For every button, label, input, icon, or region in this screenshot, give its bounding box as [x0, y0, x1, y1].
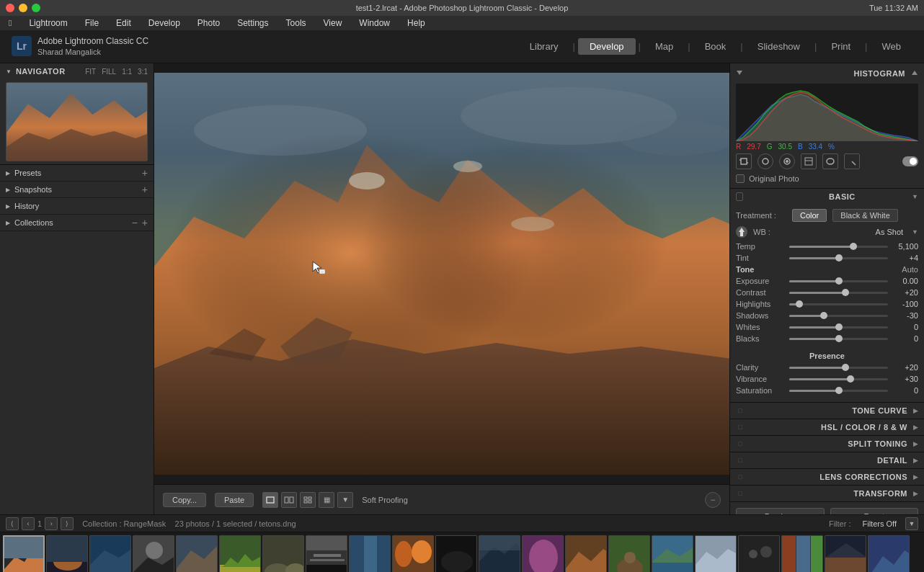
- vibrance-thumb[interactable]: [847, 375, 854, 383]
- spot-removal-tool[interactable]: [758, 153, 773, 169]
- wb-eyedropper-icon[interactable]: [736, 226, 747, 238]
- menu-view[interactable]: View: [321, 18, 345, 28]
- menu-help[interactable]: Help: [404, 18, 428, 28]
- presets-header[interactable]: ▶ Presets +: [0, 165, 154, 181]
- filmstrip-thumb-12[interactable]: [479, 535, 520, 573]
- exposure-slider-track[interactable]: [789, 280, 888, 282]
- nav-print[interactable]: Print: [819, 38, 862, 55]
- filmstrip-thumb-4[interactable]: [133, 535, 174, 573]
- temp-slider-thumb[interactable]: [850, 243, 857, 250]
- nav-book[interactable]: Book: [693, 38, 738, 55]
- menu-settings[interactable]: Settings: [234, 18, 271, 28]
- filmstrip-thumb-21[interactable]: [868, 535, 910, 573]
- tone-auto-btn[interactable]: Auto: [902, 265, 918, 274]
- compare-view-btn[interactable]: [281, 492, 297, 508]
- original-photo-checkbox[interactable]: [736, 174, 745, 183]
- menu-tools[interactable]: Tools: [283, 18, 309, 28]
- transform-toggle[interactable]: □: [736, 489, 745, 498]
- filmstrip-thumb-3[interactable]: [89, 535, 131, 573]
- lens-corrections-header[interactable]: □ Lens Corrections ▶: [730, 469, 924, 485]
- filmstrip-nav-prev[interactable]: ‹: [22, 517, 35, 530]
- crop-tool[interactable]: [736, 153, 752, 169]
- exposure-thumb[interactable]: [835, 277, 843, 285]
- detail-toggle[interactable]: □: [736, 456, 745, 465]
- shadows-slider-track[interactable]: [789, 315, 888, 317]
- filmstrip-thumb-10[interactable]: [392, 535, 434, 573]
- collections-add-icon[interactable]: +: [142, 217, 148, 228]
- filmstrip-thumb-8[interactable]: [306, 535, 347, 573]
- hsl-toggle[interactable]: □: [736, 423, 745, 432]
- transform-header[interactable]: □ Transform ▶: [730, 486, 924, 501]
- snapshots-add-icon[interactable]: +: [142, 184, 148, 195]
- filmstrip-thumb-5[interactable]: [176, 535, 218, 573]
- whites-thumb[interactable]: [835, 323, 843, 331]
- main-image-area[interactable]: [154, 63, 729, 484]
- nav-library[interactable]: Library: [518, 38, 570, 55]
- filmstrip-thumb-1[interactable]: [3, 535, 45, 573]
- filmstrip-thumb-2[interactable]: [46, 535, 88, 573]
- lens-corrections-toggle[interactable]: □: [736, 473, 745, 481]
- clarity-thumb[interactable]: [842, 364, 849, 371]
- history-header[interactable]: ▶ History: [0, 198, 154, 214]
- nav-fit[interactable]: FIT: [85, 68, 96, 76]
- contrast-slider-track[interactable]: [789, 292, 888, 294]
- settings-view-btn[interactable]: ▼: [337, 492, 353, 508]
- menu-file[interactable]: File: [82, 18, 102, 28]
- tint-slider-track[interactable]: [789, 257, 888, 259]
- menu-photo[interactable]: Photo: [195, 18, 223, 28]
- redeye-tool[interactable]: [779, 153, 795, 169]
- filmstrip-nav-first[interactable]: ⟨: [6, 517, 19, 530]
- reset-button[interactable]: Reset: [830, 508, 919, 514]
- tone-curve-toggle[interactable]: □: [736, 406, 745, 415]
- filter-dropdown-btn[interactable]: ▼: [905, 517, 918, 530]
- contrast-thumb[interactable]: [842, 289, 849, 296]
- tone-curve-header[interactable]: □ Tone Curve ▶: [730, 403, 924, 419]
- collections-header[interactable]: ▶ Collections − +: [0, 215, 154, 231]
- presets-add-icon[interactable]: +: [142, 168, 148, 178]
- filmstrip-thumb-18[interactable]: [738, 535, 780, 573]
- hist-toggle[interactable]: [736, 69, 743, 78]
- nav-fill[interactable]: FILL: [102, 68, 116, 76]
- grid-view-btn[interactable]: [300, 492, 316, 508]
- hist-expand[interactable]: [911, 69, 918, 78]
- collections-minus-icon[interactable]: −: [132, 217, 138, 228]
- nav-3to1[interactable]: 3:1: [138, 68, 148, 76]
- filmstrip-thumb-16[interactable]: [652, 535, 693, 573]
- menu-edit[interactable]: Edit: [113, 18, 134, 28]
- filmstrip-thumb-19[interactable]: [781, 535, 823, 573]
- blacks-slider-track[interactable]: [789, 338, 888, 340]
- radial-filter-tool[interactable]: [822, 153, 838, 169]
- filmstrip-thumb-6[interactable]: [219, 535, 261, 573]
- menu-develop[interactable]: Develop: [146, 18, 183, 28]
- split-toning-header[interactable]: □ Split Toning ▶: [730, 436, 924, 452]
- menu-window[interactable]: Window: [356, 18, 393, 28]
- filmstrip-thumb-11[interactable]: [435, 535, 477, 573]
- nav-slideshow[interactable]: Slideshow: [746, 38, 812, 55]
- filmstrip-thumb-15[interactable]: [608, 535, 650, 573]
- filmstrip-thumb-13[interactable]: [522, 535, 564, 573]
- menu-apple[interactable]: : [6, 18, 14, 28]
- nav-web[interactable]: Web: [871, 38, 913, 55]
- blacks-thumb[interactable]: [835, 335, 843, 342]
- highlights-thumb[interactable]: [796, 300, 803, 308]
- vibrance-slider-track[interactable]: [789, 378, 888, 380]
- filmstrip-thumb-17[interactable]: [695, 535, 737, 573]
- tint-slider-thumb[interactable]: [835, 254, 843, 262]
- paste-button[interactable]: Paste: [215, 493, 254, 507]
- survey-view-btn[interactable]: ▦: [319, 492, 334, 508]
- shadows-thumb[interactable]: [820, 312, 827, 319]
- color-treatment-btn[interactable]: Color: [792, 209, 827, 222]
- split-toning-toggle[interactable]: □: [736, 439, 745, 448]
- detail-header[interactable]: □ Detail ▶: [730, 452, 924, 468]
- nav-map[interactable]: Map: [644, 38, 685, 55]
- whites-slider-track[interactable]: [789, 326, 888, 329]
- filmstrip-nav-last[interactable]: ⟩: [61, 517, 74, 530]
- saturation-slider-track[interactable]: [789, 390, 888, 392]
- nav-1to1[interactable]: 1:1: [122, 68, 132, 76]
- wb-dropdown-arrow[interactable]: ▼: [912, 228, 918, 236]
- graduated-filter-tool[interactable]: [801, 153, 817, 169]
- basic-enable-toggle[interactable]: [736, 192, 743, 201]
- filmstrip-thumb-9[interactable]: [349, 535, 391, 573]
- filmstrip-thumb-20[interactable]: [825, 535, 866, 573]
- bw-treatment-btn[interactable]: Black & White: [832, 209, 897, 222]
